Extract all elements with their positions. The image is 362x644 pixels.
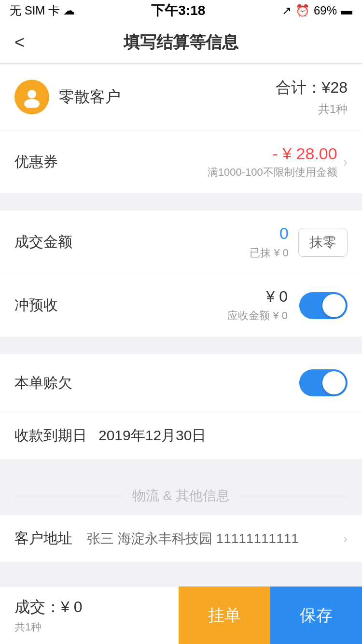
chevron-right-icon: › — [343, 154, 348, 170]
svg-point-1 — [24, 99, 40, 108]
page-title: 填写结算等信息 — [124, 31, 238, 54]
total-amount: 合计：¥28 — [276, 77, 348, 98]
alarm-icon: ⏰ — [295, 4, 310, 17]
customer-name: 零散客户 — [59, 86, 121, 108]
status-right: ↗ ⏰ 69% ▬ — [282, 4, 352, 17]
prepay-amount-wrap: ¥ 0 应收金额 ¥ 0 — [227, 288, 288, 323]
prepay-row: 冲预收 ¥ 0 应收金额 ¥ 0 — [0, 274, 362, 336]
footer-deal-label: 成交：¥ 0 — [14, 597, 164, 618]
debt-row: 本单赊欠 — [0, 354, 362, 412]
coupon-discount: - ¥ 28.00 — [208, 144, 337, 163]
footer: 成交：¥ 0 共1种 挂单 保存 — [0, 586, 362, 644]
status-left: 无 SIM 卡 ☁ — [10, 3, 75, 18]
prepay-label: 冲预收 — [14, 295, 58, 315]
avatar — [14, 80, 49, 114]
status-bar: 无 SIM 卡 ☁ 下午3:18 ↗ ⏰ 69% ▬ — [0, 0, 362, 21]
debt-section: 本单赊欠 收款到期日 2019年12月30日 — [0, 354, 362, 459]
divider-3 — [0, 467, 362, 476]
round-off-button[interactable]: 抹零 — [298, 228, 348, 257]
hold-button[interactable]: 挂单 — [179, 587, 270, 644]
duedate-label: 收款到期日 — [14, 426, 87, 446]
coupon-row[interactable]: 优惠券 - ¥ 28.00 满1000-100不限制使用金额 › — [0, 130, 362, 193]
footer-count: 共1种 — [14, 620, 164, 634]
deal-right: 0 已抹 ¥ 0 抹零 — [250, 224, 348, 260]
logistics-header: 物流 & 其他信息 — [0, 476, 362, 515]
toggle-knob — [322, 294, 346, 317]
battery-icon: ▬ — [341, 4, 352, 17]
customer-row: 零散客户 合计：¥28 共1种 — [0, 64, 362, 130]
footer-left: 成交：¥ 0 共1种 — [0, 597, 179, 634]
deal-amount-row: 成交金额 0 已抹 ¥ 0 抹零 — [0, 210, 362, 274]
battery-label: 69% — [314, 4, 337, 17]
logistics-title-wrap: 物流 & 其他信息 — [0, 487, 362, 505]
save-button[interactable]: 保存 — [270, 587, 362, 644]
customer-left: 零散客户 — [14, 80, 121, 114]
sim-status: 无 SIM 卡 ☁ — [10, 3, 75, 18]
coupon-label: 优惠券 — [14, 152, 58, 172]
duedate-row: 收款到期日 2019年12月30日 — [0, 412, 362, 459]
status-time: 下午3:18 — [151, 1, 205, 20]
debt-toggle-knob — [322, 371, 346, 394]
customer-section: 零散客户 合计：¥28 共1种 优惠券 - ¥ 28.00 满1000-100不… — [0, 64, 362, 193]
prepay-right: ¥ 0 应收金额 ¥ 0 — [227, 288, 348, 323]
address-chevron-icon: › — [343, 531, 348, 546]
back-button[interactable]: < — [14, 32, 25, 53]
divider-2 — [0, 344, 362, 354]
coupon-info: - ¥ 28.00 满1000-100不限制使用金额 — [208, 144, 337, 180]
deal-section: 成交金额 0 已抹 ¥ 0 抹零 冲预收 ¥ 0 应收金额 ¥ 0 — [0, 210, 362, 336]
logistics-title: 物流 & 其他信息 — [132, 487, 230, 505]
prepay-sub: 应收金额 ¥ 0 — [227, 308, 288, 323]
location-icon: ↗ — [282, 4, 292, 17]
address-section: 客户地址 张三 海淀永丰科技园 11111111111 › — [0, 515, 362, 562]
deal-amount-value: 0 — [250, 224, 289, 243]
deal-sub: 已抹 ¥ 0 — [250, 246, 289, 260]
debt-toggle[interactable] — [299, 369, 348, 396]
prepay-toggle[interactable] — [299, 292, 348, 319]
coupon-desc: 满1000-100不限制使用金额 — [208, 165, 337, 180]
address-value: 张三 海淀永丰科技园 11111111111 — [87, 530, 343, 548]
duedate-value: 2019年12月30日 — [98, 426, 206, 446]
footer-deal-amount: ¥ 0 — [61, 598, 82, 616]
coupon-right: - ¥ 28.00 满1000-100不限制使用金额 › — [208, 144, 348, 180]
address-row[interactable]: 客户地址 张三 海淀永丰科技园 11111111111 › — [0, 515, 362, 562]
deal-amount-wrap: 0 已抹 ¥ 0 — [250, 224, 289, 260]
prepay-amount: ¥ 0 — [227, 288, 288, 306]
footer-deal-text: 成交： — [14, 598, 61, 616]
total-count: 共1种 — [276, 101, 348, 117]
nav-bar: < 填写结算等信息 — [0, 21, 362, 64]
address-label: 客户地址 — [14, 529, 72, 548]
debt-label: 本单赊欠 — [14, 373, 72, 393]
customer-right: 合计：¥28 共1种 — [276, 77, 348, 117]
deal-amount-label: 成交金额 — [14, 232, 72, 252]
divider-1 — [0, 201, 362, 210]
svg-point-0 — [28, 90, 36, 98]
